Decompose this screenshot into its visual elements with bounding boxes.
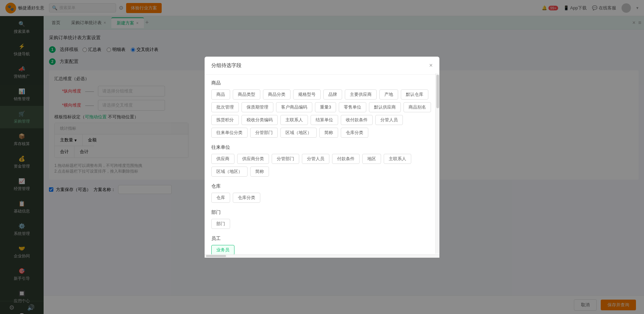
chip-picking-points[interactable]: 拣货积分: [211, 115, 239, 125]
chip-warehouse-cat[interactable]: 仓库分类: [341, 128, 368, 138]
section-warehouse-title: 仓库: [211, 183, 433, 189]
chip-goods-category[interactable]: 商品分类: [263, 89, 290, 100]
chip-supplier-cat[interactable]: 供应商分类: [237, 154, 269, 164]
chip-dept[interactable]: 部门: [211, 219, 230, 229]
chip-retail-unit[interactable]: 零售单位: [339, 102, 366, 112]
section-department: 部门 部门: [211, 209, 433, 229]
modal-v-scrollbar[interactable]: [435, 73, 439, 254]
chip-goods-type[interactable]: 商品类型: [233, 89, 260, 100]
chip-dept-mgmt-person[interactable]: 分管人员: [302, 154, 329, 164]
chip-tax-code[interactable]: 税收分类编码: [241, 115, 278, 125]
chip-main-contact[interactable]: 主联系人: [280, 115, 308, 125]
modal-overlay: 分组待选字段 × 商品 商品 商品类型 商品分类 规格型号 品牌 主要供应商 产…: [0, 0, 644, 314]
section-department-title: 部门: [211, 209, 433, 215]
chip-goods[interactable]: 商品: [211, 89, 230, 100]
section-staff: 员工 业务员: [211, 236, 433, 254]
modal-header: 分组待选字段 ×: [205, 57, 439, 75]
chip-manager[interactable]: 分管人员: [375, 115, 403, 125]
chip-salesperson[interactable]: 业务员: [211, 245, 234, 254]
chip-region[interactable]: 区域（地区）: [280, 128, 317, 138]
chip-default-warehouse[interactable]: 默认仓库: [401, 89, 428, 100]
section-contact-title: 往来单位: [211, 144, 433, 150]
chip-source-unit-cat[interactable]: 往来单位分类: [211, 128, 248, 138]
chip-region2[interactable]: 区域（地区）: [211, 167, 248, 177]
chip-supplier[interactable]: 供应商: [211, 154, 234, 164]
chip-main-supplier[interactable]: 主要供应商: [345, 89, 377, 100]
section-product-title: 商品: [211, 80, 433, 86]
chip-short-name[interactable]: 简称: [319, 128, 338, 138]
section-warehouse-chips: 仓库 仓库分类: [211, 193, 433, 203]
field-select-modal: 分组待选字段 × 商品 商品 商品类型 商品分类 规格型号 品牌 主要供应商 产…: [205, 57, 439, 258]
chip-dept-mgmt2[interactable]: 分管部门: [272, 154, 299, 164]
chip-brand[interactable]: 品牌: [323, 89, 342, 100]
chip-payment-cond[interactable]: 付款条件: [332, 154, 360, 164]
modal-body: 商品 商品 商品类型 商品分类 规格型号 品牌 主要供应商 产地 默认仓库 批次…: [205, 75, 439, 254]
section-department-chips: 部门: [211, 219, 433, 229]
section-warehouse: 仓库 仓库 仓库分类: [211, 183, 433, 203]
section-contact: 往来单位 供应商 供应商分类 分管部门 分管人员 付款条件 地区 主联系人 区域…: [211, 144, 433, 177]
modal-h-scroll-thumb: [206, 255, 226, 257]
chip-dept-mgmt[interactable]: 分管部门: [250, 128, 278, 138]
chip-spec-type[interactable]: 规格型号: [293, 89, 321, 100]
chip-goods-alias[interactable]: 商品别名: [404, 102, 431, 112]
modal-title: 分组待选字段: [211, 62, 241, 69]
chip-wh[interactable]: 仓库: [211, 193, 230, 203]
section-product: 商品 商品 商品类型 商品分类 规格型号 品牌 主要供应商 产地 默认仓库 批次…: [211, 80, 433, 138]
chip-default-supplier[interactable]: 默认供应商: [369, 102, 401, 112]
chip-settlement-unit[interactable]: 结算单位: [311, 115, 338, 125]
chip-payment-terms[interactable]: 收付款条件: [341, 115, 373, 125]
chip-area[interactable]: 地区: [362, 154, 381, 164]
chip-wh-cat[interactable]: 仓库分类: [233, 193, 260, 203]
chip-origin[interactable]: 产地: [379, 89, 398, 100]
chip-expiry-mgmt[interactable]: 保质期管理: [241, 102, 273, 112]
section-staff-chips: 业务员: [211, 245, 433, 254]
section-staff-title: 员工: [211, 236, 433, 242]
section-contact-chips: 供应商 供应商分类 分管部门 分管人员 付款条件 地区 主联系人 区域（地区） …: [211, 154, 433, 177]
chip-customer-code[interactable]: 客户商品编码: [276, 102, 312, 112]
chip-batch-mgmt[interactable]: 批次管理: [211, 102, 239, 112]
chip-weight3[interactable]: 重量3: [315, 102, 336, 112]
modal-v-scroll-thumb: [436, 75, 439, 108]
modal-close-button[interactable]: ×: [429, 62, 433, 69]
section-product-chips: 商品 商品类型 商品分类 规格型号 品牌 主要供应商 产地 默认仓库 批次管理 …: [211, 89, 433, 138]
chip-short-name2[interactable]: 简称: [250, 167, 269, 177]
chip-main-contact2[interactable]: 主联系人: [384, 154, 411, 164]
modal-h-scrollbar[interactable]: [205, 254, 439, 258]
